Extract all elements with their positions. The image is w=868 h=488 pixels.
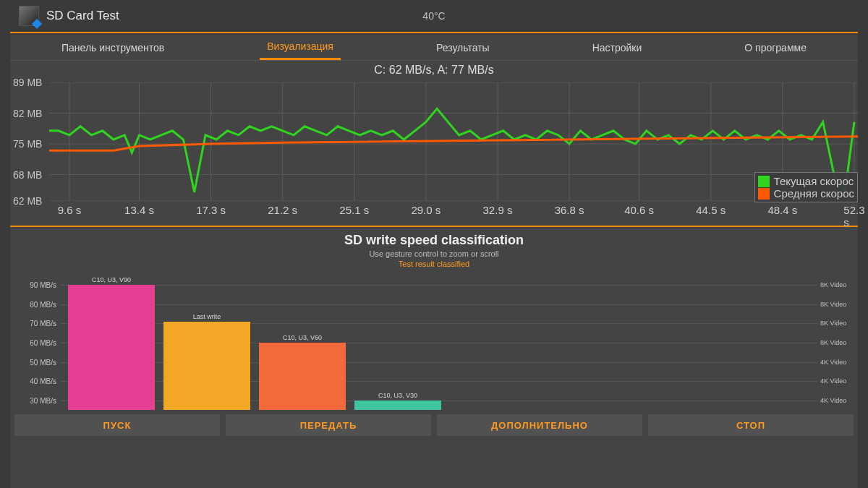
legend-swatch-current [758, 176, 770, 187]
class-right-label: 8K Video [817, 320, 858, 327]
speed-xtick: 13.4 s [124, 204, 154, 216]
speed-chart-title: C: 62 MB/s, A: 77 MB/s [10, 61, 858, 78]
speed-xtick: 9.6 s [58, 204, 82, 216]
speed-ytick: 62 MB [10, 195, 49, 207]
speed-chart-yaxis: 89 MB82 MB75 MB68 MB62 MB [10, 82, 49, 201]
class-bar [354, 401, 441, 410]
speed-chart-panel: C: 62 MB/s, A: 77 MB/s 89 MB82 MB75 MB68… [10, 61, 858, 227]
class-bar-label: C10, U3, V30 [378, 392, 417, 399]
class-right-label: 4K Video [817, 397, 858, 404]
legend-average: Средняя скорос [774, 187, 854, 200]
class-ytick: 50 MB/s [10, 358, 61, 366]
classification-yaxis: 90 MB/s80 MB/s70 MB/s60 MB/s50 MB/s40 MB… [10, 275, 61, 410]
start-button[interactable]: ПУСК [14, 414, 220, 436]
class-ytick: 30 MB/s [10, 396, 61, 404]
class-right-label: 4K Video [817, 377, 858, 385]
more-button[interactable]: ДОПОЛНИТЕЛЬНО [437, 414, 642, 436]
class-right-label: 8K Video [817, 301, 858, 308]
speed-xtick: 36.8 s [555, 204, 584, 216]
content: Панель инструментов Визуализация Результ… [10, 35, 858, 488]
class-right-label: 8K Video [817, 339, 858, 346]
app-root: SD Card Test 40°C Панель инструментов Ви… [0, 0, 868, 488]
speed-chart[interactable]: 89 MB82 MB75 MB68 MB62 MB 9.6 s13.4 s17.… [10, 78, 858, 223]
speed-ytick: 75 MB [10, 138, 49, 150]
legend-current: Текущая скорос [774, 175, 854, 187]
speed-xtick: 48.4 s [767, 204, 797, 216]
legend-swatch-average [758, 188, 770, 200]
class-bar-label: C10, U3, V90 [92, 276, 131, 283]
tab-settings[interactable]: Настройки [585, 36, 650, 59]
class-right-label: 8K Video [817, 281, 858, 288]
stop-button[interactable]: СТОП [648, 414, 854, 436]
classification-subtitle: Use gesture control to zoom or scroll [10, 249, 858, 258]
speed-xtick: 44.5 s [696, 204, 726, 216]
class-bar [68, 285, 155, 410]
classification-right-axis: 8K Video8K Video8K Video8K Video4K Video… [817, 275, 858, 410]
speed-xtick: 40.6 s [624, 204, 654, 216]
speed-ytick: 68 MB [10, 169, 49, 181]
speed-chart-legend: Текущая скорос Средняя скорос [754, 172, 858, 202]
class-ytick: 60 MB/s [10, 339, 61, 347]
classification-header: SD write speed classification Use gestur… [10, 227, 858, 268]
speed-xtick: 25.1 s [339, 204, 369, 216]
tabs: Панель инструментов Визуализация Результ… [10, 35, 858, 61]
chart-separator [10, 226, 858, 227]
top-separator [10, 32, 858, 33]
topbar: SD Card Test 40°C [0, 0, 868, 32]
speed-xtick: 17.3 s [196, 204, 226, 216]
classification-status: Test result classified [10, 260, 858, 268]
class-bar-label: Last write [193, 313, 221, 320]
class-ytick: 80 MB/s [10, 300, 61, 308]
class-right-label: 4K Video [817, 359, 858, 366]
class-ytick: 90 MB/s [10, 281, 61, 289]
class-bar [259, 343, 346, 410]
tab-toolbar[interactable]: Панель инструментов [54, 36, 171, 59]
classification-plot: C10, U3, V90Last writeC10, U3, V60C10, U… [61, 275, 817, 410]
tab-results[interactable]: Результаты [429, 36, 497, 59]
class-ytick: 40 MB/s [10, 377, 61, 385]
class-bar [163, 322, 250, 410]
speed-xtick: 52.3 s [843, 204, 864, 228]
speed-xtick: 32.9 s [483, 204, 513, 216]
send-button[interactable]: ПЕРЕДАТЬ [226, 414, 431, 436]
speed-chart-plot [49, 82, 858, 201]
class-ytick: 70 MB/s [10, 320, 61, 328]
speed-ytick: 82 MB [10, 108, 49, 119]
bottom-bar: ПУСК ПЕРЕДАТЬ ДОПОЛНИТЕЛЬНО СТОП [10, 410, 858, 442]
speed-xtick: 29.0 s [411, 204, 441, 216]
classification-title: SD write speed classification [10, 233, 858, 248]
tab-visualization[interactable]: Визуализация [260, 35, 341, 60]
classification-chart[interactable]: 90 MB/s80 MB/s70 MB/s60 MB/s50 MB/s40 MB… [10, 273, 858, 410]
speed-ytick: 89 MB [10, 77, 49, 88]
tab-about[interactable]: О программе [737, 36, 814, 59]
speed-xtick: 21.2 s [268, 204, 297, 216]
speed-chart-xaxis: 9.6 s13.4 s17.3 s21.2 s25.1 s29.0 s32.9 … [49, 204, 858, 220]
temperature-label: 40°C [0, 10, 868, 22]
class-bar-label: C10, U3, V60 [283, 334, 322, 341]
